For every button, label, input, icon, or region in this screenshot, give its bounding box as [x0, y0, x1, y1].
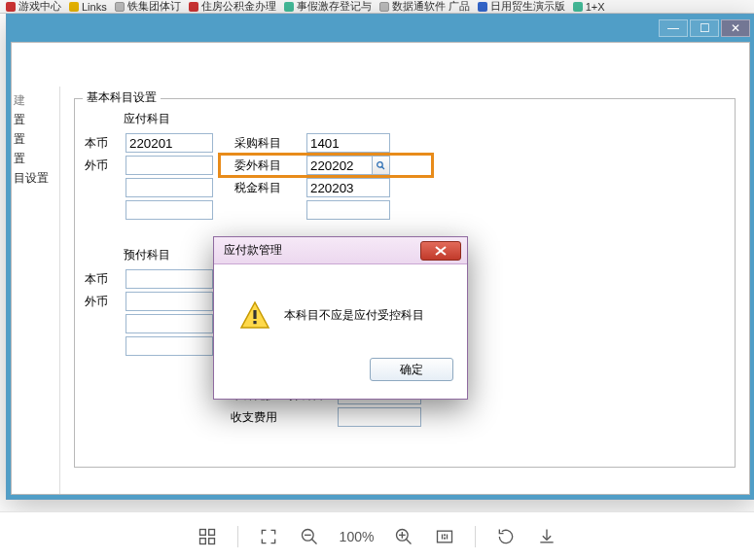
- dialog-message: 本科目不应是应付受控科目: [284, 307, 424, 324]
- label-fc-2: 外币: [85, 294, 126, 310]
- zoom-level: 100%: [340, 529, 375, 544]
- svg-rect-10: [208, 538, 214, 543]
- sidebar-item-4[interactable]: 目设置: [14, 168, 57, 188]
- alert-dialog: 应付款管理 本科目不应是应付受控科目 确定: [213, 236, 468, 400]
- input-tax[interactable]: [306, 178, 390, 197]
- input-prepay-blank2[interactable]: [126, 336, 213, 356]
- svg-rect-7: [199, 529, 205, 535]
- app-window: — ☐ ✕ 建 置 置 置 目设置 基本科目设置 应付科目: [6, 14, 754, 500]
- label-fee: 收支费用: [231, 409, 338, 426]
- label-tax: 税金科目: [234, 180, 306, 196]
- fullscreen-icon: [259, 527, 278, 546]
- grid-icon: [197, 527, 217, 546]
- sidebar-item-3[interactable]: 置: [14, 149, 57, 168]
- svg-rect-8: [208, 529, 214, 535]
- tab-7[interactable]: 1+X: [571, 1, 607, 13]
- sidebar-item-1[interactable]: 置: [14, 110, 57, 129]
- close-icon: [434, 246, 448, 256]
- separator: [475, 526, 476, 547]
- download-button[interactable]: [536, 526, 557, 547]
- app-titlebar: — ☐ ✕: [7, 15, 754, 42]
- svg-line-15: [407, 539, 412, 543]
- rotate-button[interactable]: [495, 526, 517, 547]
- input-purchase[interactable]: [306, 133, 390, 153]
- browser-tabstrip: 游戏中心 Links 铁集团体订 住房公积金办理 事假激存登记与 数据通软件 广…: [0, 0, 754, 14]
- label-outsource: 委外科目: [234, 158, 306, 174]
- outsource-lookup-button[interactable]: [373, 156, 390, 175]
- zoom-out-icon: [300, 527, 319, 546]
- zoom-in-icon: [394, 527, 413, 546]
- svg-line-1: [382, 166, 384, 168]
- input-hidden1[interactable]: [306, 200, 390, 220]
- download-icon: [537, 527, 557, 546]
- label-rmb: 本币: [85, 135, 126, 152]
- input-prepay-rmb[interactable]: [126, 269, 213, 289]
- tab-4[interactable]: 事假激存登记与: [282, 0, 374, 14]
- tab-3[interactable]: 住房公积金办理: [187, 0, 278, 14]
- input-outsource[interactable]: [306, 156, 373, 175]
- window-minimize-button[interactable]: —: [659, 19, 688, 37]
- tab-6[interactable]: 日用贸生演示版: [476, 0, 567, 14]
- section-ap: 应付科目: [124, 111, 725, 127]
- svg-point-21: [445, 534, 446, 535]
- window-close-button[interactable]: ✕: [721, 19, 750, 37]
- fieldset-legend: 基本科目设置: [83, 89, 161, 106]
- zoom-out-button[interactable]: [299, 526, 320, 547]
- label-fc: 外币: [85, 158, 126, 174]
- actual-size-button[interactable]: [434, 526, 455, 547]
- window-maximize-button[interactable]: ☐: [690, 19, 719, 37]
- ap-right-col: 采购科目 委外科目 税金科目: [234, 131, 390, 222]
- separator: [237, 526, 238, 547]
- one-to-one-icon: [435, 527, 454, 546]
- sidebar: 建 置 置 置 目设置: [12, 87, 60, 494]
- dialog-titlebar: 应付款管理: [214, 237, 467, 264]
- label-rmb-2: 本币: [85, 271, 126, 288]
- grid-view-button[interactable]: [197, 526, 218, 547]
- warning-icon: [239, 299, 270, 331]
- search-icon: [376, 160, 386, 171]
- input-ap-fc[interactable]: [126, 156, 213, 175]
- prepay-left-col: 本币 外币: [85, 267, 231, 358]
- tab-2[interactable]: 铁集团体订: [113, 0, 183, 14]
- fullscreen-button[interactable]: [258, 526, 279, 547]
- svg-rect-9: [199, 538, 205, 543]
- viewer-toolbar: 100%: [0, 511, 754, 560]
- zoom-in-button[interactable]: [393, 526, 414, 547]
- input-ap-blank2[interactable]: [126, 200, 213, 220]
- svg-point-22: [445, 538, 446, 539]
- rotate-icon: [496, 527, 516, 546]
- dialog-title: 应付款管理: [224, 242, 282, 259]
- input-prepay-blank1[interactable]: [126, 314, 213, 333]
- svg-line-12: [311, 539, 316, 543]
- svg-rect-5: [253, 310, 256, 319]
- ap-left-col: 本币 外币: [85, 131, 231, 222]
- input-ap-blank1[interactable]: [126, 178, 213, 197]
- svg-rect-18: [438, 531, 452, 542]
- tab-0[interactable]: 游戏中心: [4, 0, 63, 14]
- input-ap-rmb[interactable]: [126, 133, 213, 153]
- dialog-ok-button[interactable]: 确定: [370, 358, 453, 381]
- sidebar-item-2[interactable]: 置: [14, 129, 57, 149]
- svg-point-0: [377, 161, 383, 167]
- svg-rect-6: [253, 321, 256, 324]
- sidebar-item-0[interactable]: 建: [14, 90, 57, 110]
- tab-5[interactable]: 数据通软件 广品: [377, 0, 472, 14]
- label-purchase: 采购科目: [234, 135, 306, 152]
- dialog-close-button[interactable]: [420, 241, 461, 261]
- input-fee[interactable]: [338, 407, 421, 427]
- tab-1[interactable]: Links: [67, 1, 109, 13]
- input-prepay-fc[interactable]: [126, 292, 213, 311]
